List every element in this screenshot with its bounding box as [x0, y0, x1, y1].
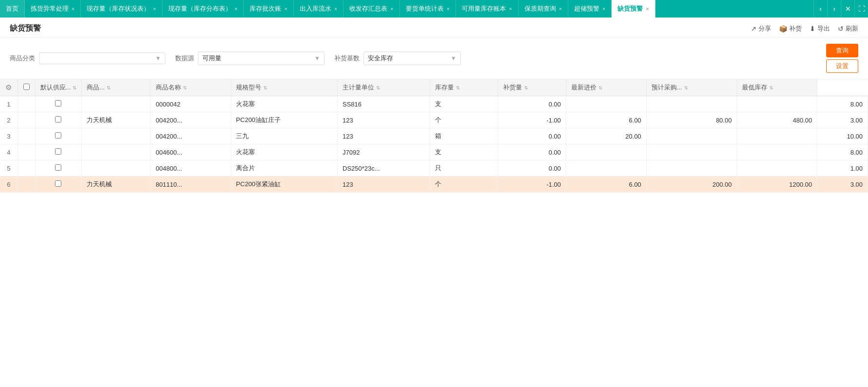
gear-column-header[interactable]: ⚙	[0, 79, 18, 96]
close-icon[interactable]: ×	[602, 6, 605, 12]
nav-tab-summary[interactable]: 收发存汇总表 ×	[344, 0, 399, 18]
latest-price-column-header[interactable]: 最新进价 ⇅	[566, 79, 646, 96]
nav-controls: ‹ › ✕ ⛶	[814, 0, 868, 18]
row-stock: 0.00	[498, 144, 566, 160]
export-button[interactable]: ⬇ 导出	[810, 24, 830, 33]
data-source-select[interactable]: 可用量 ▼	[198, 52, 325, 65]
close-icon[interactable]: ×	[235, 6, 237, 12]
row-checkbox-cell[interactable]	[35, 144, 82, 160]
col-label: 预计采购...	[651, 83, 682, 92]
close-icon[interactable]: ×	[509, 6, 512, 12]
row-replenish: 20.00	[566, 128, 646, 144]
refresh-icon: ↺	[838, 25, 844, 33]
nav-tab-inventory1[interactable]: 现存量（库存状况表） ×	[81, 0, 162, 18]
replenish-basis-select[interactable]: 安全库存 ▼	[363, 52, 461, 65]
row-checkbox[interactable]	[55, 132, 61, 139]
default-supplier-column-header[interactable]: 默认供应... ⇅	[35, 79, 82, 96]
min-stock-column-header[interactable]: 最低库存 ⇅	[737, 79, 817, 96]
nav-tab-available[interactable]: 可用量库存账本 ×	[456, 0, 518, 18]
data-source-label: 数据源	[175, 54, 194, 63]
row-checkbox[interactable]	[55, 100, 61, 106]
unit-column-header[interactable]: 主计量单位 ⇅	[338, 79, 430, 96]
nav-tab-shortage[interactable]: 缺货预警 ×	[612, 0, 655, 18]
row-checkbox-cell[interactable]	[35, 176, 82, 193]
row-checkbox[interactable]	[55, 180, 61, 187]
stock-column-header[interactable]: 库存量 ⇅	[430, 79, 498, 96]
row-estimated-purchase: 480.00	[737, 112, 817, 128]
row-default-supplier: 力天机械	[82, 176, 151, 193]
chevron-down-icon: ▼	[451, 55, 456, 62]
replenish-column-header[interactable]: 补货量 ⇅	[498, 79, 566, 96]
row-latest-price	[646, 128, 737, 144]
product-name-column-header[interactable]: 商品名称 ⇅	[151, 79, 231, 96]
product-code-column-header[interactable]: 商品... ⇅	[82, 79, 151, 96]
row-number: 5	[0, 160, 18, 176]
row-default-supplier	[82, 160, 151, 176]
row-checkbox[interactable]	[55, 164, 61, 171]
data-source-value: 可用量	[202, 54, 221, 63]
table-header-row: ⚙ 默认供应... ⇅ 商品... ⇅	[0, 79, 868, 96]
checkbox-column-header[interactable]	[18, 79, 35, 96]
nav-tab-home[interactable]: 首页	[0, 0, 25, 18]
nav-tab-picking[interactable]: 拣货异常处理 ×	[25, 0, 81, 18]
replenish-button[interactable]: 📦 补货	[779, 24, 802, 33]
row-number: 6	[0, 176, 18, 193]
estimated-purchase-column-header[interactable]: 预计采购... ⇅	[646, 79, 737, 96]
row-checkbox[interactable]	[55, 148, 61, 155]
nav-tab-overstock[interactable]: 超储预警 ×	[568, 0, 612, 18]
close-icon[interactable]: ×	[559, 6, 562, 12]
page-header: 缺货预警 ↗ 分享 📦 补货 ⬇ 导出 ↺ 刷新	[0, 18, 868, 38]
row-unit: 只	[430, 160, 498, 176]
row-min-stock: 1.00	[817, 160, 868, 176]
row-product-name: 三九	[231, 128, 338, 144]
row-checkbox-cell[interactable]	[35, 96, 82, 112]
row-latest-price	[646, 144, 737, 160]
close-icon[interactable]: ×	[72, 6, 74, 12]
close-icon[interactable]: ×	[153, 6, 156, 12]
close-icon[interactable]: ×	[390, 6, 393, 12]
row-replenish: 6.00	[566, 176, 646, 193]
refresh-button[interactable]: ↺ 刷新	[838, 24, 858, 33]
nav-tab-label: 保质期查询	[524, 4, 556, 13]
row-product-name: PC200张紧油缸	[231, 176, 338, 193]
sort-icon: ⇅	[376, 85, 380, 90]
nav-fullscreen-button[interactable]: ⛶	[854, 0, 868, 18]
close-icon[interactable]: ×	[646, 6, 649, 12]
col-label: 最低库存	[742, 83, 767, 92]
close-icon[interactable]: ×	[284, 6, 287, 12]
nav-prev-button[interactable]: ‹	[814, 0, 827, 18]
settings-button[interactable]: 设置	[826, 59, 858, 73]
nav-next-button[interactable]: ›	[827, 0, 841, 18]
nav-tab-batch[interactable]: 库存批次账 ×	[244, 0, 293, 18]
close-icon[interactable]: ×	[447, 6, 450, 12]
query-button[interactable]: 查询	[826, 44, 858, 57]
col-label: 规格型号	[236, 83, 261, 92]
nav-tab-label: 缺货预警	[617, 4, 643, 13]
row-gear-cell	[18, 160, 35, 176]
spec-column-header[interactable]: 规格型号 ⇅	[231, 79, 338, 96]
nav-close-button[interactable]: ✕	[841, 0, 854, 18]
col-label: 商品名称	[156, 83, 181, 92]
row-gear-cell	[18, 112, 35, 128]
nav-tab-inventory2[interactable]: 现存量（库存分布表） ×	[163, 0, 244, 18]
row-stock: -1.00	[498, 176, 566, 193]
nav-tab-flow[interactable]: 出入库流水 ×	[294, 0, 344, 18]
row-min-stock: 8.00	[817, 144, 868, 160]
row-product-code: 004800...	[151, 160, 231, 176]
row-product-name: PC200油缸庄子	[231, 112, 338, 128]
select-all-checkbox[interactable]	[23, 84, 30, 90]
close-icon[interactable]: ×	[334, 6, 337, 12]
gear-icon[interactable]: ⚙	[5, 83, 12, 91]
share-button[interactable]: ↗ 分享	[751, 24, 771, 33]
nav-tab-order[interactable]: 要货单统计表 ×	[400, 0, 456, 18]
row-replenish	[566, 144, 646, 160]
row-checkbox-cell[interactable]	[35, 128, 82, 144]
row-latest-price: 80.00	[646, 112, 737, 128]
row-checkbox-cell[interactable]	[35, 112, 82, 128]
row-unit: 箱	[430, 128, 498, 144]
commodity-class-select[interactable]: ▼	[39, 53, 165, 64]
row-checkbox-cell[interactable]	[35, 160, 82, 176]
data-source-filter: 数据源 可用量 ▼	[175, 52, 325, 65]
nav-tab-expiry[interactable]: 保质期查询 ×	[519, 0, 568, 18]
row-checkbox[interactable]	[55, 116, 61, 123]
